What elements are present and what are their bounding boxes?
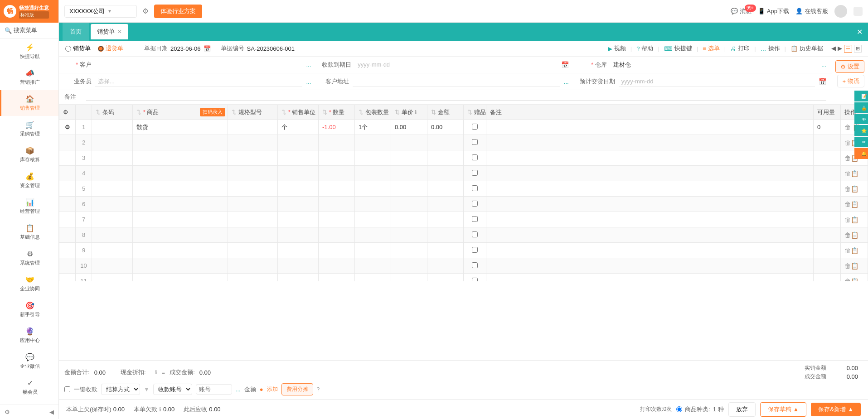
- gift-checkbox[interactable]: [472, 278, 478, 282]
- customer-input[interactable]: [95, 59, 302, 70]
- history-action[interactable]: 📋历史单据: [790, 44, 823, 53]
- row-price[interactable]: [391, 197, 427, 212]
- sort-icon5[interactable]: ⇅: [322, 109, 327, 116]
- row-unit[interactable]: [278, 181, 319, 197]
- one-click-checkbox[interactable]: [64, 386, 70, 392]
- row-unit[interactable]: [278, 135, 319, 150]
- row-remark[interactable]: [486, 135, 814, 150]
- row-gear[interactable]: [59, 135, 76, 150]
- row-barcode[interactable]: [92, 181, 133, 197]
- account-dots[interactable]: ...: [236, 386, 241, 393]
- row-remark[interactable]: [486, 227, 814, 243]
- col-scan[interactable]: 扫码录入: [196, 105, 228, 120]
- sort-icon3[interactable]: ⇅: [232, 109, 237, 116]
- sort-icon6[interactable]: ⇅: [359, 109, 364, 116]
- gift-checkbox[interactable]: [472, 154, 478, 160]
- rfb-eye[interactable]: 👁: [854, 114, 868, 124]
- row-gear[interactable]: [59, 274, 76, 282]
- row-spec[interactable]: [228, 243, 278, 258]
- radio-return-input[interactable]: [98, 46, 104, 52]
- row-qty[interactable]: [319, 212, 355, 227]
- sidebar-settings-icon[interactable]: ⚙: [5, 409, 10, 415]
- customer-address-dots[interactable]: ...: [564, 78, 569, 85]
- customer-address-input[interactable]: [353, 76, 560, 87]
- debt-info-icon[interactable]: ℹ: [159, 406, 161, 413]
- sidebar-item-quick-nav[interactable]: ⚡ 快捷导航: [0, 39, 58, 64]
- row-barcode[interactable]: [92, 197, 133, 212]
- copy-icon[interactable]: 📋: [851, 231, 858, 239]
- row-barcode[interactable]: [92, 212, 133, 227]
- row-gear[interactable]: [59, 150, 76, 166]
- row-gear[interactable]: [59, 243, 76, 258]
- row-qty[interactable]: [319, 274, 355, 282]
- row-product[interactable]: 散货: [133, 120, 196, 135]
- row-amount[interactable]: [427, 243, 464, 258]
- sidebar-item-marketing[interactable]: 📣 营销推广: [0, 64, 58, 90]
- sort-icon8[interactable]: ⇅: [431, 109, 436, 116]
- sidebar-item-inventory[interactable]: 📦 库存核算: [0, 142, 58, 168]
- row-amount[interactable]: [427, 212, 464, 227]
- row-amount[interactable]: [427, 166, 464, 181]
- logistics-button[interactable]: + 物流: [837, 75, 864, 87]
- video-action[interactable]: ▶视频: [608, 44, 626, 53]
- row-gear[interactable]: [59, 181, 76, 197]
- sidebar-search[interactable]: 🔍 搜索菜单: [0, 23, 58, 39]
- radio-sales-input[interactable]: [65, 46, 71, 52]
- sidebar-item-guide[interactable]: 🎯 新手引导: [0, 297, 58, 323]
- radio-return-bill[interactable]: 退货单: [98, 44, 123, 53]
- row-gift[interactable]: [464, 197, 486, 212]
- row-amount[interactable]: [427, 197, 464, 212]
- save-new-button[interactable]: 保存&新增 ▲: [811, 403, 861, 416]
- gift-checkbox[interactable]: [472, 170, 478, 176]
- row-amount[interactable]: [427, 274, 464, 282]
- row-barcode[interactable]: [92, 243, 133, 258]
- sidebar-item-member[interactable]: ✓ 畅会员: [0, 374, 58, 400]
- row-spec[interactable]: [228, 274, 278, 282]
- row-product[interactable]: [133, 150, 196, 166]
- gift-checkbox[interactable]: [472, 231, 478, 237]
- row-pack-qty[interactable]: [355, 166, 391, 181]
- settings-gear-icon[interactable]: ⚙: [141, 5, 150, 17]
- row-unit[interactable]: [278, 243, 319, 258]
- row-gift[interactable]: [464, 243, 486, 258]
- notification-item[interactable]: 💬 消息 99+: [731, 7, 752, 15]
- row-barcode[interactable]: [92, 135, 133, 150]
- row-qty[interactable]: [319, 197, 355, 212]
- row-spec[interactable]: [228, 120, 278, 135]
- row-gift[interactable]: [464, 181, 486, 197]
- row-remark[interactable]: [486, 166, 814, 181]
- gift-checkbox[interactable]: [472, 216, 478, 222]
- scan-button[interactable]: 扫码录入: [200, 108, 225, 116]
- customer-dots[interactable]: ...: [306, 62, 311, 68]
- rfb-alert[interactable]: 🔔: [854, 148, 868, 159]
- date-calendar-icon[interactable]: 📅: [204, 45, 211, 52]
- copy-icon[interactable]: 📋: [851, 278, 858, 282]
- row-unit[interactable]: [278, 197, 319, 212]
- row-barcode[interactable]: [92, 150, 133, 166]
- row-qty[interactable]: [319, 166, 355, 181]
- row-pack-qty[interactable]: [355, 212, 391, 227]
- gift-checkbox[interactable]: [472, 201, 478, 207]
- delete-icon[interactable]: 🗑: [844, 278, 851, 282]
- row-qty[interactable]: [319, 243, 355, 258]
- save-draft-button[interactable]: 保存草稿 ▲: [760, 402, 807, 417]
- row-price[interactable]: [391, 166, 427, 181]
- row-pack-qty[interactable]: [355, 150, 391, 166]
- expense-help-icon[interactable]: ?: [317, 386, 320, 393]
- row-qty[interactable]: [319, 135, 355, 150]
- company-selector[interactable]: XXXXXX公司 ▼: [64, 5, 137, 18]
- row-pack-qty[interactable]: [355, 197, 391, 212]
- row-spec[interactable]: [228, 197, 278, 212]
- row-qty[interactable]: [319, 181, 355, 197]
- row-amount[interactable]: [427, 150, 464, 166]
- row-gift[interactable]: [464, 150, 486, 166]
- delete-icon[interactable]: 🗑: [844, 124, 851, 131]
- account-number-input[interactable]: [196, 384, 232, 395]
- sidebar-item-finance[interactable]: 💰 资金管理: [0, 168, 58, 193]
- tab-sales-order[interactable]: 销货单 ✕: [91, 24, 128, 39]
- row-price[interactable]: [391, 227, 427, 243]
- warehouse-dots[interactable]: ...: [821, 62, 826, 68]
- row-unit[interactable]: 个: [278, 120, 319, 135]
- row-product[interactable]: [133, 181, 196, 197]
- row-remark[interactable]: [486, 181, 814, 197]
